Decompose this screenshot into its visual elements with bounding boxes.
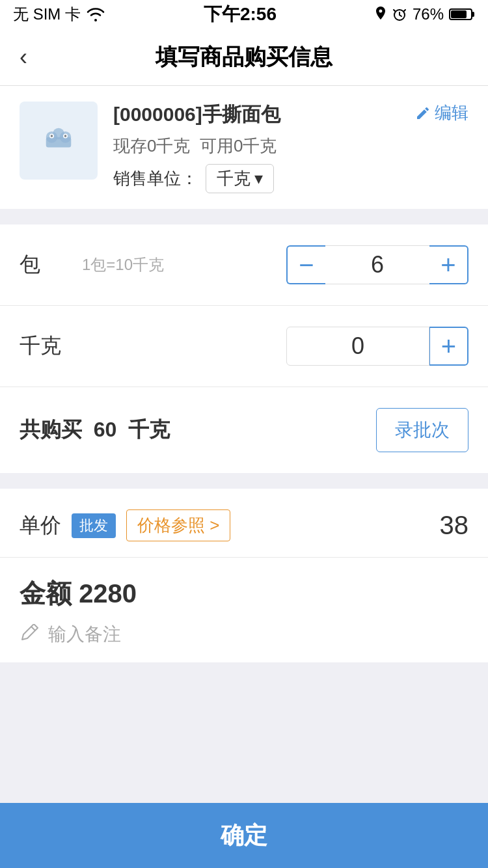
svg-point-10	[51, 135, 53, 137]
svg-rect-3	[451, 10, 467, 18]
amount-section: 金额 2280 输入备注	[0, 558, 488, 668]
pack-quantity-control: − +	[286, 245, 468, 284]
amount-row: 金额 2280	[20, 576, 468, 612]
price-value: 38	[440, 511, 469, 540]
battery-icon	[449, 8, 475, 21]
divider-2	[0, 478, 488, 489]
product-stock: 现存0千克 可用0千克	[113, 135, 468, 157]
alarm-icon	[392, 7, 407, 22]
note-row[interactable]: 输入备注	[20, 622, 468, 647]
total-row: 共购买 60 千克 录批次	[0, 387, 488, 478]
kg-increment-button[interactable]: +	[429, 327, 468, 366]
note-placeholder: 输入备注	[48, 622, 121, 647]
edit-label: 编辑	[435, 102, 468, 124]
nav-bar: ‹ 填写商品购买信息	[0, 29, 488, 86]
edit-icon	[415, 105, 431, 121]
amount-value: 2280	[79, 579, 137, 608]
carrier-text: 无 SIM 卡	[13, 4, 81, 25]
unit-label: 销售单位：	[113, 167, 198, 190]
pack-label: 包	[20, 251, 72, 279]
kg-label: 千克	[20, 332, 72, 360]
status-right: 76%	[375, 5, 475, 23]
back-button[interactable]: ‹	[13, 37, 34, 77]
product-unit-row: 销售单位： 千克 ▾	[113, 164, 468, 193]
price-section: 单价 批发 价格参照 > 38	[0, 489, 488, 558]
status-left: 无 SIM 卡	[13, 4, 105, 25]
divider-1	[0, 214, 488, 224]
total-text: 共购买 60 千克	[20, 416, 376, 444]
product-thumbnail-icon	[36, 118, 81, 163]
price-row: 单价 批发 价格参照 > 38	[20, 509, 468, 541]
edit-button[interactable]: 编辑	[415, 102, 468, 124]
kg-quantity-control: +	[286, 327, 468, 366]
pack-row: 包 1包=10千克 − +	[0, 224, 488, 306]
record-batch-button[interactable]: 录批次	[376, 408, 468, 452]
price-tag-badge: 批发	[72, 513, 116, 538]
unit-select[interactable]: 千克 ▾	[206, 164, 274, 193]
product-card: [0000006]手撕面包 现存0千克 可用0千克 销售单位： 千克 ▾ 编辑	[0, 86, 488, 214]
status-time: 下午2:56	[204, 2, 277, 27]
price-reference-button[interactable]: 价格参照 >	[126, 509, 230, 541]
svg-rect-7	[46, 137, 72, 148]
page-title: 填写商品购买信息	[156, 42, 332, 72]
confirm-bar[interactable]: 确定	[0, 803, 488, 868]
total-amount: 60	[94, 418, 117, 441]
pack-increment-button[interactable]: +	[429, 245, 468, 284]
pack-quantity-input[interactable]	[325, 245, 429, 284]
kg-quantity-input[interactable]	[286, 327, 429, 366]
price-label: 单价	[20, 511, 61, 540]
confirm-button-label: 确定	[221, 820, 267, 852]
svg-point-11	[64, 135, 67, 137]
pencil-icon	[20, 624, 40, 645]
kg-row: 千克 +	[0, 306, 488, 387]
dropdown-arrow-icon: ▾	[254, 169, 263, 189]
wifi-icon	[86, 7, 105, 21]
pack-sublabel: 1包=10千克	[82, 254, 286, 275]
status-bar: 无 SIM 卡 下午2:56 76%	[0, 0, 488, 29]
pack-decrement-button[interactable]: −	[286, 245, 325, 284]
location-icon	[375, 7, 386, 22]
battery-text: 76%	[413, 5, 444, 23]
product-image	[20, 102, 98, 180]
svg-rect-2	[472, 12, 474, 17]
